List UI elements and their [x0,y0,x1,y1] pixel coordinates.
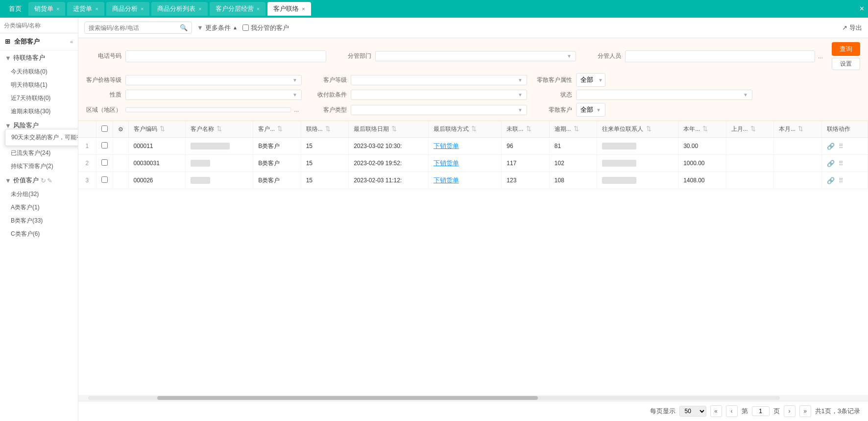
col-last-month[interactable]: 上月... ⇅ [726,121,774,138]
row-checkbox[interactable] [101,176,108,183]
region-more-btn[interactable]: ... [291,106,302,113]
col-last-contact-date[interactable]: 最后联络日期 ⇅ [349,121,429,138]
horizontal-scrollbar[interactable] [78,395,868,401]
scrollbar-track[interactable] [88,396,780,400]
close-icon[interactable]: × [95,6,98,12]
col-this-month[interactable]: 本月... ⇅ [774,121,822,138]
collapse-icon[interactable]: « [70,39,73,45]
edit-icon[interactable]: ✎ [47,177,52,184]
col-unit-contact[interactable]: 往来单位联系人 ⇅ [597,121,678,138]
contact-method-link[interactable]: 下销货单 [434,176,459,184]
link-action-icon[interactable]: 🔗 [827,160,835,167]
home-tab[interactable]: 首页 [4,4,26,13]
tab-product-analysis-list[interactable]: 商品分析列表 × [151,2,207,16]
chevron-down-icon: ▼ [743,92,748,98]
col-uncontacted[interactable]: 未联... ⇅ [502,121,550,138]
sidebar-section-value-customers[interactable]: ▼ 价值客户 ↻ ✎ [0,173,78,188]
sidebar-item-ungrouped[interactable]: 未分组(32) [0,188,78,201]
region-select[interactable] [125,107,291,112]
grid-action-icon[interactable]: ⠿ [839,177,844,184]
retail-attr-select[interactable]: 全部 ▼ [576,73,605,87]
sidebar-item-today-pending[interactable]: 今天待联络(0) [0,65,78,78]
contact-method-link[interactable]: 下销货单 [434,159,459,167]
link-action-icon[interactable]: 🔗 [827,143,835,150]
col-customer-name[interactable]: 客户名称 ⇅ [186,121,253,138]
first-page-button[interactable]: « [710,405,722,417]
close-icon[interactable]: × [302,6,305,12]
query-button[interactable]: 查询 [832,42,860,56]
search-icon[interactable]: 🔍 [180,24,188,31]
col-contact[interactable]: 联络... ⇅ [301,121,349,138]
refresh-icon[interactable]: ↻ [41,177,46,184]
all-customers-item[interactable]: ⊞ 全部客户 « [0,33,78,50]
row-this-month [774,155,822,172]
payment-select[interactable]: ▼ [351,90,527,100]
col-settings[interactable]: ⚙ [113,121,128,138]
filter-row-3: 性质 ▼ 收付款条件 ▼ 状态 [86,90,860,100]
tab-customer-contact[interactable]: 客户联络 × [267,2,311,16]
row-uncontacted: 117 [502,155,550,172]
close-icon[interactable]: × [141,6,144,12]
my-customers-checkbox[interactable] [242,25,249,31]
row-checkbox[interactable] [101,159,108,166]
next-page-button[interactable]: › [784,405,796,417]
sidebar-item-7days-pending[interactable]: 近7天待联络(0) [0,92,78,105]
tab-sales-order[interactable]: 销货单 × [28,2,65,16]
manager-more-btn[interactable]: ... [815,53,826,60]
row-last-method: 下销货单 [428,172,501,189]
select-all-checkbox[interactable] [101,125,108,132]
row-last-method: 下销货单 [428,138,501,155]
close-icon[interactable]: × [198,6,201,12]
export-button[interactable]: ↗ 导出 [842,24,862,32]
contact-method-link[interactable]: 下销货单 [434,142,459,149]
close-icon[interactable]: × [56,6,59,12]
row-checkbox-cell [96,138,113,155]
sidebar-search-input[interactable] [4,22,77,29]
col-this-year[interactable]: 本年... ⇅ [678,121,726,138]
customer-type-select[interactable]: ▼ [351,105,527,115]
more-conditions-btn[interactable]: ▼ 更多条件 ▲ [197,24,238,32]
phone-input[interactable] [125,50,326,62]
sidebar-item-overdue-contact[interactable]: 逾期未联络(30) [0,105,78,118]
page-number-input[interactable] [752,406,770,416]
grid-action-icon[interactable]: ⠿ [839,143,844,150]
col-customer-code[interactable]: 客户编码 ⇅ [128,121,186,138]
sidebar-item-class-a[interactable]: A类客户(1) [0,201,78,214]
row-unit-contact: ██ ███... [597,138,678,155]
col-index [78,121,96,138]
sidebar-section-pending-contact[interactable]: ▼ 待联络客户 [0,50,78,65]
dept-label: 分管部门 [336,52,375,60]
tab-purchase-order[interactable]: 进货单 × [67,2,104,16]
nature-select[interactable]: ▼ [125,90,302,100]
col-customer-type[interactable]: 客户... ⇅ [253,121,301,138]
row-checkbox[interactable] [101,142,108,149]
link-action-icon[interactable]: 🔗 [827,177,835,184]
search-input[interactable] [89,25,177,31]
sidebar-item-tomorrow-pending[interactable]: 明天待联络(1) [0,78,78,92]
dept-select[interactable]: ▼ [375,51,576,61]
col-overdue[interactable]: 逾期... ⇅ [549,121,597,138]
row-uncontacted: 96 [502,138,550,155]
tab-customer-layering[interactable]: 客户分层经营 × [210,2,265,16]
price-level-select[interactable]: ▼ [125,75,302,85]
page-size-select[interactable]: 50 100 [679,406,706,417]
sidebar-item-class-b[interactable]: B类客户(33) [0,214,78,227]
close-icon[interactable]: × [257,6,260,12]
grid-action-icon[interactable]: ⠿ [839,160,844,167]
col-last-contact-method[interactable]: 最后联络方式 ⇅ [428,121,501,138]
retail-customer-select[interactable]: 全部 ▼ [576,103,605,117]
last-page-button[interactable]: » [799,405,811,417]
global-close-button[interactable]: × [860,4,864,13]
sidebar-item-declining[interactable]: 持续下滑客户(2) [0,160,78,173]
filter-phone: 电话号码 [86,50,326,62]
scrollbar-thumb[interactable] [157,396,538,400]
manager-input[interactable] [625,50,815,62]
sidebar-item-class-c[interactable]: C类客户(6) [0,227,78,241]
prev-page-button[interactable]: ‹ [726,405,738,417]
my-customers-checkbox-label[interactable]: 我分管的客户 [242,24,289,32]
settings-button[interactable]: 设置 [832,58,860,70]
sidebar-item-churned[interactable]: 已流失客户(24) [0,147,78,160]
tab-product-analysis[interactable]: 商品分析 × [106,2,149,16]
customer-level-select[interactable]: ▼ [351,75,527,85]
status-select[interactable]: ▼ [576,90,752,100]
